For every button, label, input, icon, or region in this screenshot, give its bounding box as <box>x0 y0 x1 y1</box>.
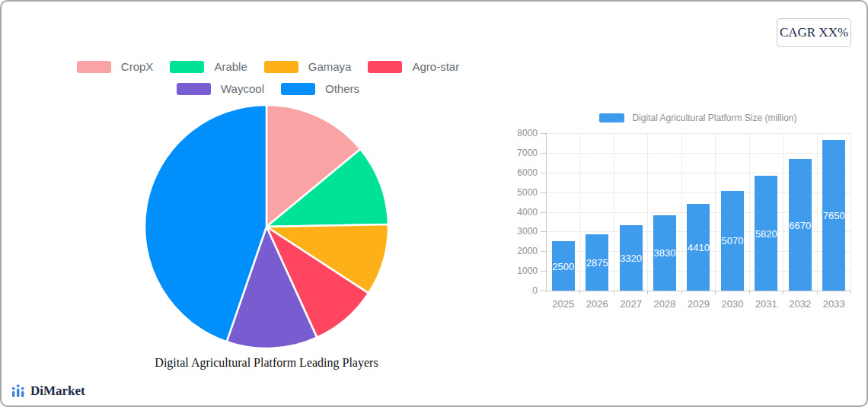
legend-swatch <box>170 61 204 73</box>
x-axis-label: 2030 <box>721 298 743 310</box>
y-axis-tick <box>541 133 547 134</box>
x-axis-tick <box>579 291 580 294</box>
bar-2028[interactable]: 3830 <box>653 215 676 291</box>
pie-chart-title: Digital Agricultural Platform Leading Pl… <box>114 356 419 370</box>
legend-label: Arable <box>214 60 247 73</box>
legend-swatch <box>177 83 211 95</box>
pie-chart <box>142 103 391 351</box>
y-axis-label: 5000 <box>503 187 538 198</box>
legend-swatch <box>281 83 315 95</box>
bar-value-label: 3830 <box>654 247 676 259</box>
x-axis-tick <box>647 291 648 294</box>
pie-legend-item-waycool[interactable]: Waycool <box>177 82 264 95</box>
bar-2026[interactable]: 2875 <box>586 234 608 291</box>
bar-2029[interactable]: 4410 <box>687 204 710 291</box>
bar-column-2027: 33202027 <box>614 133 648 291</box>
bar-column-2026: 28752026 <box>580 133 614 291</box>
y-axis-label: 4000 <box>503 207 538 218</box>
bar-legend-swatch <box>599 113 624 122</box>
pie-legend-row: CropXArableGamayaAgro-star <box>77 60 459 73</box>
brand-name: DiMarket <box>30 383 85 399</box>
legend-label: Gamaya <box>308 60 352 73</box>
pie-legend-row: WaycoolOthers <box>177 82 359 95</box>
y-axis-tick <box>541 271 547 272</box>
y-axis-label: 7000 <box>503 148 538 158</box>
pie-legend: CropXArableGamayaAgro-starWaycoolOthers <box>32 60 504 95</box>
bar-2027[interactable]: 3320 <box>620 225 643 291</box>
bar-value-label: 6670 <box>789 219 811 231</box>
x-axis-tick <box>783 291 783 294</box>
bar-column-2033: 76502033 <box>818 133 851 291</box>
y-axis-tick <box>541 291 547 291</box>
bar-value-label: 4410 <box>688 241 710 253</box>
bar-column-2032: 66702032 <box>783 133 817 291</box>
x-axis-label: 2031 <box>755 298 777 310</box>
x-axis-label: 2025 <box>552 298 574 310</box>
y-axis-tick <box>541 173 547 173</box>
x-axis-label: 2027 <box>620 298 642 310</box>
pie-legend-item-gamaya[interactable]: Gamaya <box>264 60 352 73</box>
bar-legend-label: Digital Agricultural Platform Size (mill… <box>632 113 796 123</box>
bar-legend[interactable]: Digital Agricultural Platform Size (mill… <box>546 113 850 123</box>
x-axis-label: 2029 <box>688 298 710 310</box>
legend-label: Others <box>325 82 359 95</box>
cagr-badge[interactable]: CAGR XX% <box>777 18 851 47</box>
y-axis-tick <box>541 231 547 232</box>
bar-value-label: 3320 <box>620 253 642 264</box>
bar-columns: 2500202528752026332020273830202844102029… <box>547 133 851 291</box>
brand-icon <box>12 384 27 398</box>
y-axis-tick <box>541 251 547 252</box>
bar-column-2029: 44102029 <box>682 133 716 291</box>
y-axis-tick <box>541 212 547 213</box>
bar-2032[interactable]: 6670 <box>789 159 812 291</box>
brand-logo[interactable]: DiMarket <box>12 383 85 399</box>
bar-value-label: 2875 <box>586 256 608 268</box>
bar-2030[interactable]: 5070 <box>721 191 744 291</box>
x-axis-label: 2033 <box>823 298 845 310</box>
pie-legend-item-cropx[interactable]: CropX <box>77 60 154 73</box>
report-card: CAGR XX% CropXArableGamayaAgro-starWayco… <box>0 0 868 407</box>
y-axis-label: 8000 <box>503 128 538 138</box>
bar-column-2028: 38302028 <box>648 133 681 291</box>
legend-swatch <box>264 61 298 73</box>
x-axis-label: 2026 <box>586 298 608 310</box>
x-axis-tick <box>614 291 614 294</box>
pie-legend-item-agro-star[interactable]: Agro-star <box>368 60 459 73</box>
bar-value-label: 7650 <box>823 210 845 221</box>
bar-plot: 0100020003000400050006000700080002500202… <box>546 133 851 291</box>
y-axis-label: 3000 <box>503 226 538 237</box>
bar-column-2031: 58202031 <box>750 133 783 291</box>
legend-swatch <box>368 61 402 73</box>
y-axis-label: 2000 <box>503 246 538 256</box>
x-axis-tick <box>715 291 716 294</box>
y-axis-tick <box>541 192 547 193</box>
x-axis-tick <box>850 291 851 294</box>
legend-label: CropX <box>121 60 154 73</box>
legend-label: Waycool <box>221 82 264 95</box>
legend-label: Agro-star <box>412 60 459 73</box>
x-axis-label: 2028 <box>654 298 676 310</box>
bar-value-label: 5070 <box>721 235 743 246</box>
y-axis-label: 6000 <box>503 167 538 178</box>
bar-value-label: 5820 <box>755 227 777 239</box>
y-axis-label: 1000 <box>503 266 538 276</box>
legend-swatch <box>77 61 111 73</box>
x-axis-tick <box>817 291 818 294</box>
pie-legend-item-others[interactable]: Others <box>281 82 359 95</box>
bar-2031[interactable]: 5820 <box>755 176 777 291</box>
x-axis-label: 2032 <box>789 298 811 310</box>
y-axis-tick <box>541 153 547 154</box>
y-axis-label: 0 <box>503 285 538 296</box>
bar-column-2030: 50702030 <box>716 133 749 291</box>
bar-2025[interactable]: 2500 <box>552 241 575 291</box>
x-axis-tick <box>681 291 682 294</box>
x-axis-tick <box>749 291 750 294</box>
bar-2033[interactable]: 7650 <box>822 140 845 291</box>
bar-value-label: 2500 <box>552 260 574 272</box>
pie-legend-item-arable[interactable]: Arable <box>170 60 247 73</box>
bar-column-2025: 25002025 <box>547 133 580 291</box>
